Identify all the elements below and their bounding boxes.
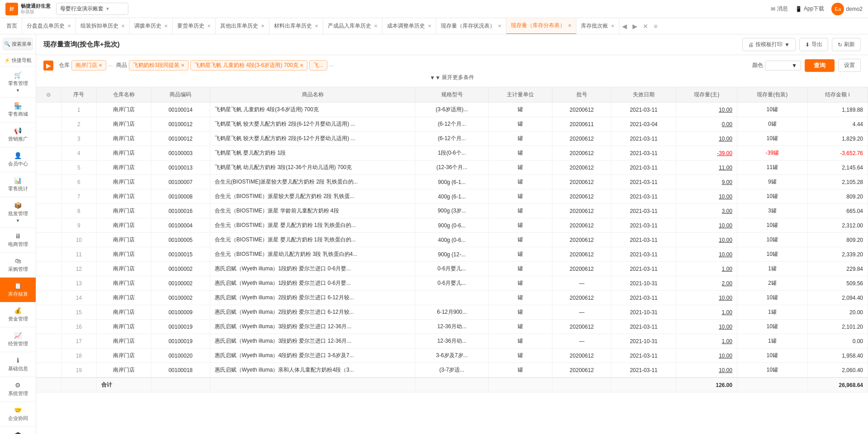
search-btn[interactable]: 查询 xyxy=(805,59,835,72)
message-label: 消息 xyxy=(777,5,788,13)
arrow-icon: ▼ xyxy=(16,218,20,223)
tab-close-icon[interactable]: ✕ xyxy=(121,24,125,28)
user-label: demo2 xyxy=(846,6,863,12)
sidebar-item-corp[interactable]: 🤝 企业协同 xyxy=(0,402,36,427)
filter-toggle[interactable]: ▼▼ 展开更多条件 xyxy=(43,72,861,83)
message-btn[interactable]: ✉ 消息 xyxy=(771,5,788,13)
tab-close-all-btn[interactable]: ✕ xyxy=(640,18,651,34)
tab-stock-status[interactable]: 现存量（库存状况表） ✕ xyxy=(436,18,506,34)
product-tag-2: 飞鹤星飞帆 儿童奶粉 4段(3-6岁适用) 700克 ✕ xyxy=(190,60,307,71)
quick-nav-btn[interactable]: ⚡ 快捷导航 xyxy=(0,54,36,67)
refresh-btn[interactable]: ↻ 刷新 xyxy=(832,38,861,51)
avatar: Ea xyxy=(831,3,844,15)
tab-pick[interactable]: 调拨单历史 ✕ xyxy=(130,18,173,34)
sidebar-item-basic[interactable]: ℹ 基础信息 xyxy=(0,352,36,377)
header-actions: 🖨 按模板打印 ▼ ⬇ 导出 ↻ 刷新 xyxy=(742,38,861,51)
sidebar-item-purchase[interactable]: 🛍 采购管理 xyxy=(0,253,36,278)
tab-close-icon[interactable]: ✕ xyxy=(611,24,614,28)
filter-row: ▶ 仓库 南岸门店 ✕ ··· 商品 飞鹤奶粉3段同提装 ✕ xyxy=(43,59,861,72)
top-bar: 好 畅捷通好生意 标题版 母婴行业演示账套 ▼ ✉ 消息 📱 App下载 Ea … xyxy=(0,0,868,18)
code-col-header: 商品编码 xyxy=(151,87,210,103)
sidebar-item-finance[interactable]: 💰 资金管理 xyxy=(0,302,36,327)
remove-warehouse-tag-btn[interactable]: ✕ xyxy=(99,63,102,68)
tab-close-icon[interactable]: ✕ xyxy=(374,24,377,28)
table-row: 6 南岸门店 00100007 合生元(BIOSTIME)派星较大婴儿配方奶粉 … xyxy=(36,175,868,189)
table-row: 16 南岸门店 00100019 惠氏启赋（Wyeth illuma）3段奶粉 … xyxy=(36,320,868,334)
sidebar-item-wholesale[interactable]: 📦 批发管理 ▼ xyxy=(0,197,36,228)
marketing-icon: 📢 xyxy=(14,127,22,134)
tab-stock-dist[interactable]: 现存量（库存分布表） ✕ xyxy=(506,18,576,34)
table-row: 10 南岸门店 00100005 合生元（BIOSTIME）派星 婴儿配方奶粉 … xyxy=(36,233,868,247)
table-row: 5 南岸门店 00100013 飞鹤星飞帆 幼儿配方奶粉 3段(12-36个月幼… xyxy=(36,160,868,175)
tab-close-icon[interactable]: ✕ xyxy=(568,23,571,28)
sidebar-search: 🔍 搜索菜单 xyxy=(0,34,36,54)
remove-product-tag-1-btn[interactable]: ✕ xyxy=(181,63,184,68)
sidebar-item-marketing[interactable]: 📢 营销推广 xyxy=(0,123,36,147)
print-btn[interactable]: 🖨 按模板打印 ▼ xyxy=(742,38,796,51)
tab-close-icon[interactable]: ✕ xyxy=(67,24,71,28)
tab-material-out[interactable]: 材料出库单历史 ✕ xyxy=(269,18,323,34)
tab-close-icon[interactable]: ✕ xyxy=(428,24,431,28)
settings-icon[interactable]: ⚙ xyxy=(46,92,51,98)
user-area[interactable]: Ea demo2 xyxy=(831,3,863,15)
batch-col-header: 批号 xyxy=(552,87,611,103)
tab-close-icon[interactable]: ✕ xyxy=(498,24,501,28)
sidebar-item-retail-shop[interactable]: 🏪 零售商城 xyxy=(0,98,36,123)
tab-product-in[interactable]: 产成品入库单历史 ✕ xyxy=(323,18,382,34)
sidebar-item-guide[interactable]: 🎓 新手引导 xyxy=(0,427,36,434)
sidebar-item-system[interactable]: ⚙ 系统管理 xyxy=(0,377,36,402)
color-select[interactable]: ▼ xyxy=(765,61,801,71)
inventory-icon: 📋 xyxy=(14,282,22,289)
sidebar-item-retail[interactable]: 🛒 零售管理 ▼ xyxy=(0,67,36,98)
settings-col-header[interactable]: ⚙ xyxy=(36,87,61,103)
print-icon: 🖨 xyxy=(748,42,754,48)
warehouse-col-header: 仓库名称 xyxy=(97,87,151,103)
tab-close-icon[interactable]: ✕ xyxy=(207,24,211,28)
total-label: 合计 xyxy=(97,377,151,392)
tab-require[interactable]: 要货单历史 ✕ xyxy=(173,18,216,34)
app-download-btn[interactable]: 📱 App下载 xyxy=(795,5,824,13)
purchase-icon: 🛍 xyxy=(15,257,21,264)
sidebar-item-ecommerce[interactable]: 🖥 电商管理 xyxy=(0,228,36,253)
table-row: 13 南岸门店 00100002 惠氏启赋（Wyeth illuma）1段奶粉 … xyxy=(36,276,868,291)
tab-home[interactable]: 首页 xyxy=(2,18,22,34)
warehouse-select[interactable]: 母婴行业演示账套 ▼ xyxy=(56,3,128,15)
sidebar-item-inventory[interactable]: 📋 库存核算 xyxy=(0,278,36,302)
refresh-icon: ↻ xyxy=(838,42,842,48)
tab-close-icon[interactable]: ✕ xyxy=(315,24,318,28)
warehouse-tag-1: 南岸门店 ✕ xyxy=(71,60,106,71)
tab-inventory-split[interactable]: 分盘盘点单历史 ✕ xyxy=(22,18,76,34)
guide-icon: 🎓 xyxy=(14,431,22,434)
retail-icon: 🛒 xyxy=(14,71,22,79)
shop-icon: 🏪 xyxy=(14,102,22,109)
product-filter-more[interactable]: ··· xyxy=(329,62,334,69)
info-icon[interactable]: ℹ xyxy=(848,92,850,97)
tab-other-out[interactable]: 其他出库单历史 ✕ xyxy=(216,18,269,34)
table-row: 4 南岸门店 00100003 飞鹤星飞帆 婴儿配方奶粉 1段 1段(0-6个.… xyxy=(36,146,868,160)
setting-btn[interactable]: 设置 xyxy=(838,59,861,72)
sidebar-item-member[interactable]: 👤 会员中心 xyxy=(0,147,36,172)
tab-cost-adjust[interactable]: 成本调整单历史 ✕ xyxy=(382,18,436,34)
filter-expand-btn[interactable]: ▶ xyxy=(43,61,53,71)
tab-disassemble[interactable]: 组装拆卸单历史 ✕ xyxy=(76,18,130,34)
ecommerce-icon: 🖥 xyxy=(15,232,21,240)
warehouse-filter-more[interactable]: ··· xyxy=(108,62,113,69)
export-btn[interactable]: ⬇ 导出 xyxy=(799,38,828,51)
tab-close-icon[interactable]: ✕ xyxy=(164,24,168,28)
table-row: 15 南岸门店 00100009 惠氏启赋（Wyeth illuma）2段奶粉 … xyxy=(36,305,868,320)
remove-product-tag-2-btn[interactable]: ✕ xyxy=(300,63,303,68)
search-menu-btn[interactable]: 🔍 搜索菜单 xyxy=(3,38,33,50)
table-container[interactable]: ⚙ 序号 仓库名称 商品编码 商品名称 规格型号 主计量单位 批号 失效日期 现… xyxy=(36,87,868,434)
name-col-header: 商品名称 xyxy=(210,87,415,103)
top-right: ✉ 消息 📱 App下载 Ea demo2 xyxy=(771,3,863,15)
export-icon: ⬇ xyxy=(805,42,810,48)
tab-next-btn[interactable]: ▶ xyxy=(630,18,640,34)
sidebar-item-ops[interactable]: 📈 经营管理 xyxy=(0,327,36,352)
tab-close-icon[interactable]: ✕ xyxy=(261,24,264,28)
sidebar-item-retail-stats[interactable]: 📊 零售统计 xyxy=(0,172,36,197)
tab-prev-btn[interactable]: ◀ xyxy=(619,18,630,34)
table-row: 11 南岸门店 00100015 合生元（BIOSTIME）派星幼儿配方奶粉 3… xyxy=(36,247,868,262)
tab-batch-ledger[interactable]: 库存批次账 ✕ xyxy=(576,18,619,34)
page-title: 现存量查询(按仓库+批次) xyxy=(43,40,120,49)
tab-menu-btn[interactable]: ≡ xyxy=(651,18,660,34)
